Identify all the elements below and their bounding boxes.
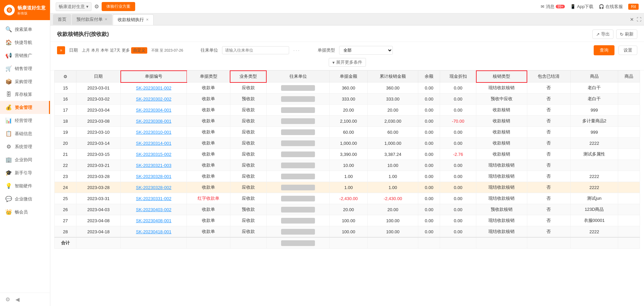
sidebar-item-member[interactable]: 👑 畅会员 (0, 205, 50, 219)
tab-prepay-orders[interactable]: 预付款应付单 ✕ (72, 14, 112, 25)
row-partner: ██████████ (266, 215, 329, 226)
row-bill-no[interactable]: SK-20230301-002 (121, 82, 187, 94)
row-bill-no[interactable]: SK-20230315-002 (121, 149, 187, 160)
query-button[interactable]: 查询 (594, 45, 614, 55)
sidebar-item-beginner[interactable]: 🎓 新手引导 (0, 166, 50, 179)
tab-prepay-close[interactable]: ✕ (105, 17, 107, 21)
col-settings[interactable]: ⚙ (55, 71, 76, 82)
row-bill-no[interactable]: SK-20230408-001 (121, 215, 187, 226)
row-acc-amount: 1,000.00 (368, 138, 418, 149)
col-bill-no: 单据编号 (121, 71, 187, 82)
user-avatar[interactable]: Rit (628, 4, 639, 10)
row-bill-no[interactable]: SK-20230328-001 (121, 171, 187, 182)
tab-collection-close[interactable]: ✕ (146, 18, 149, 21)
table-row: 272023-04-08SK-20230408-001收款单应收款███████… (55, 215, 640, 226)
online-service-label: 在线客服 (605, 4, 623, 10)
date-last-month[interactable]: 上月 (82, 48, 90, 53)
sidebar-item-quick-nav[interactable]: 🏠 快捷导航 (0, 36, 50, 49)
row-bill-no[interactable]: SK-20230418-001 (121, 226, 187, 238)
sidebar-item-smart-hw[interactable]: 💡 智能硬件 (0, 179, 50, 192)
sidebar-item-inventory[interactable]: 🗄 库存核算 (0, 88, 50, 101)
sidebar-item-label: 智能硬件 (15, 183, 32, 189)
sidebar-item-sales[interactable]: 🛒 销售管理 (0, 62, 50, 75)
date-quick-buttons: 上月 本月 本年 近7天 更多 自定义 (82, 47, 147, 54)
app-download-item[interactable]: 📱 App下载 (570, 4, 593, 10)
page-header: 收款核销执行(按收款) ↗ 导出 ↻ 刷新 (50, 25, 644, 42)
filter-toggle-button[interactable]: » (57, 46, 65, 54)
online-service-item[interactable]: 🎧 在线客服 (599, 4, 623, 10)
row-bill-no[interactable]: SK-20230308-001 (121, 116, 187, 127)
sidebar-item-finance[interactable]: 💰 资金管理 (0, 101, 50, 114)
sidebar-logo: 6 畅康道好生意 标推版 (0, 0, 50, 20)
row-goods1: 2222 (571, 182, 618, 193)
row-bill-type (187, 237, 230, 249)
chevron-down-icon: ▾ (86, 4, 89, 9)
date-this-year[interactable]: 本年 (101, 48, 109, 53)
tab-home[interactable]: 首页 (53, 14, 71, 25)
row-amount: 333.00 (330, 94, 368, 105)
row-biz-type: 应收款 (230, 182, 266, 193)
collapse-icon[interactable]: ◀ (15, 296, 19, 303)
sidebar-item-enterprise[interactable]: 🏢 企业协同 (0, 153, 50, 166)
partner-input[interactable] (222, 46, 289, 54)
settings-bottom-icon[interactable]: ⚙ (5, 296, 10, 303)
beginner-icon: 🎓 (5, 170, 12, 176)
row-goods1: 2222 (571, 138, 618, 149)
row-no: 27 (55, 215, 76, 226)
logo-icon: 6 (4, 5, 15, 15)
row-acc-amount: 1.00 (368, 171, 418, 182)
col-balance: 余额 (418, 71, 440, 82)
date-this-month[interactable]: 本月 (91, 48, 99, 53)
bill-type-select[interactable]: 全部 收款单 红字收款单 (339, 46, 393, 55)
table-row: 232023-03-28SK-20230328-001收款单应收款███████… (55, 171, 640, 182)
row-bill-no[interactable]: SK-20230304-001 (121, 105, 187, 116)
row-discount: 0.00 (440, 94, 476, 105)
date-custom-button[interactable]: 自定义 (131, 47, 147, 54)
table-row: 262023-04-03SK-20230403-002收款单预收款███████… (55, 204, 640, 215)
row-bill-no[interactable]: SK-20230321-003 (121, 160, 187, 171)
row-bill-no[interactable]: SK-20230331-002 (121, 193, 187, 204)
system-icon: ⚙ (5, 143, 12, 150)
row-goods1: 测试jun (571, 193, 618, 204)
industry-solution-button[interactable]: 体验行业方案 (102, 2, 135, 11)
row-amount: 1.00 (330, 182, 368, 193)
row-bill-no[interactable]: SK-20230328-002 (121, 182, 187, 193)
row-partner: ██████████ (266, 160, 329, 171)
sidebar-item-system[interactable]: ⚙ 系统管理 (0, 140, 50, 153)
expand-conditions-button[interactable]: ▾ 展开更多条件 (329, 58, 366, 67)
row-bill-no[interactable]: SK-20230310-001 (121, 127, 187, 138)
row-balance: 0.00 (418, 204, 440, 215)
sidebar-item-marketing[interactable]: 📢 营销推广 (0, 49, 50, 62)
table-row: 152023-03-01SK-20230301-002收款单应收款███████… (55, 82, 640, 94)
settings-button[interactable]: 设置 (619, 46, 637, 55)
sidebar-item-enterprise-wx[interactable]: 💬 企业微信 (0, 192, 50, 205)
refresh-button[interactable]: ↻ 刷新 (616, 29, 637, 39)
row-partner: ██████████ (266, 127, 329, 138)
row-biz-type: 应收款 (230, 127, 266, 138)
export-button[interactable]: ↗ 导出 (592, 29, 613, 39)
tab-close-all-icon[interactable]: ✕ (630, 17, 634, 22)
sidebar-item-search-menu[interactable]: 🔍 搜索菜单 (0, 23, 50, 36)
sidebar-item-purchase[interactable]: 📦 采购管理 (0, 75, 50, 88)
gear-icon[interactable]: ⚙ (94, 3, 99, 10)
tab-collection-exec[interactable]: 收款核销执行 ✕ (113, 14, 154, 25)
row-biz-type: 应收款 (230, 193, 266, 204)
row-date: 2023-04-08 (76, 215, 120, 226)
message-item[interactable]: ✉ 消息 99+ (541, 4, 565, 10)
row-biz-type: 预收款 (230, 204, 266, 215)
tab-expand-icon[interactable]: ⛶ (637, 17, 641, 22)
table-row: 192023-03-10SK-20230310-001收款单应收款███████… (55, 127, 640, 138)
finance-icon: 💰 (5, 104, 12, 111)
sidebar-item-ops[interactable]: 📊 经营管理 (0, 114, 50, 127)
date-7days[interactable]: 近7天 (110, 48, 120, 53)
message-icon: ✉ (541, 4, 544, 9)
company-dropdown[interactable]: 畅康道好生意 ▾ (56, 2, 92, 11)
row-bill-no[interactable]: SK-20230314-001 (121, 138, 187, 149)
sidebar-item-basic[interactable]: 📋 基础信息 (0, 127, 50, 140)
row-bill-no[interactable]: SK-20230403-002 (121, 204, 187, 215)
row-date: 2023-03-08 (76, 116, 120, 127)
date-more[interactable]: 更多 (122, 48, 130, 53)
row-balance: 0.00 (418, 105, 440, 116)
row-bill-no[interactable]: SK-20230302-002 (121, 94, 187, 105)
row-biz-type: 应收款 (230, 226, 266, 238)
